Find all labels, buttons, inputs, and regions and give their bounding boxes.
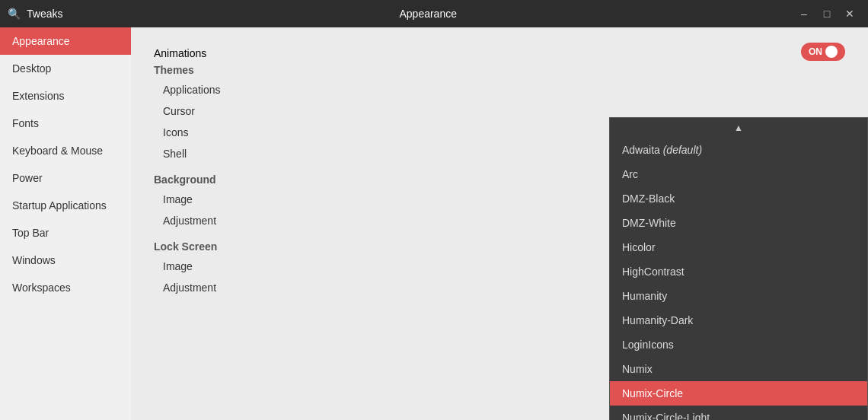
content-item-applications[interactable]: Applications <box>154 79 845 100</box>
icon-theme-dropdown[interactable]: ▲ Adwaita (default)ArcDMZ-BlackDMZ-White… <box>609 117 868 420</box>
dropdown-item-numix-circle-light[interactable]: Numix-Circle-Light <box>610 406 867 420</box>
dropdown-item-numix-circle[interactable]: Numix-Circle <box>610 381 867 406</box>
content-area: Animations ON ThemesApplicationsCursorIc… <box>131 27 868 420</box>
sidebar: AppearanceDesktopExtensionsFontsKeyboard… <box>0 27 131 420</box>
app-name: Tweaks <box>27 8 62 20</box>
window-title: Appearance <box>62 8 793 20</box>
dropdown-item-arc[interactable]: Arc <box>610 162 867 186</box>
toggle-label: ON <box>809 46 822 57</box>
sidebar-item-power[interactable]: Power <box>0 164 131 192</box>
dropdown-item-dmz-black[interactable]: DMZ-Black <box>610 186 867 211</box>
toggle-knob <box>825 46 838 58</box>
search-icon[interactable]: 🔍 <box>8 8 21 20</box>
animations-label: Animations <box>154 47 206 59</box>
dropdown-item-hicolor[interactable]: Hicolor <box>610 235 867 259</box>
dropdown-item-adwaita--default-[interactable]: Adwaita (default) <box>610 138 867 162</box>
sidebar-item-desktop[interactable]: Desktop <box>0 55 131 82</box>
sidebar-item-startup-applications[interactable]: Startup Applications <box>0 192 131 219</box>
sidebar-item-keyboard-mouse[interactable]: Keyboard & Mouse <box>0 137 131 164</box>
sidebar-item-appearance[interactable]: Appearance <box>0 27 131 55</box>
dropdown-item-numix[interactable]: Numix <box>610 357 867 381</box>
dropdown-scroll-up[interactable]: ▲ <box>610 118 867 138</box>
close-button[interactable]: ✕ <box>839 5 860 23</box>
sidebar-item-fonts[interactable]: Fonts <box>0 110 131 137</box>
dropdown-item-highcontrast[interactable]: HighContrast <box>610 259 867 284</box>
maximize-button[interactable]: □ <box>816 5 838 23</box>
animations-row: Animations <box>154 43 845 64</box>
window-controls: – □ ✕ <box>793 5 860 23</box>
dropdown-item-loginicons[interactable]: LoginIcons <box>610 332 867 357</box>
dropdown-item-humanity-dark[interactable]: Humanity-Dark <box>610 308 867 332</box>
sidebar-item-workspaces[interactable]: Workspaces <box>0 274 131 301</box>
animations-toggle[interactable]: ON <box>801 43 845 61</box>
section-header-themes: Themes <box>154 64 845 76</box>
title-bar: 🔍 Tweaks Appearance – □ ✕ <box>0 0 868 27</box>
sidebar-item-top-bar[interactable]: Top Bar <box>0 219 131 247</box>
minimize-button[interactable]: – <box>793 5 815 23</box>
main-layout: AppearanceDesktopExtensionsFontsKeyboard… <box>0 27 868 420</box>
dropdown-item-dmz-white[interactable]: DMZ-White <box>610 211 867 235</box>
sidebar-item-windows[interactable]: Windows <box>0 247 131 274</box>
dropdown-item-humanity[interactable]: Humanity <box>610 284 867 308</box>
sidebar-item-extensions[interactable]: Extensions <box>0 82 131 110</box>
